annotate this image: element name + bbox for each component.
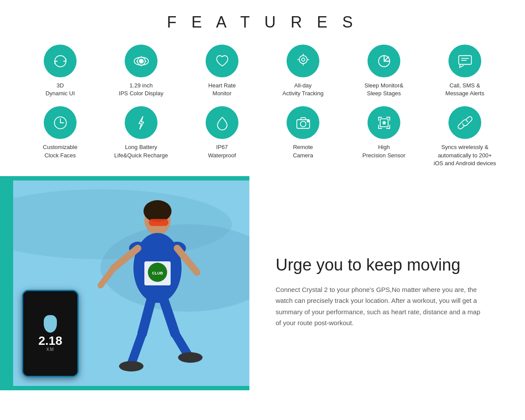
message-icon — [448, 45, 481, 77]
watch-device: 2.18 KM — [22, 290, 79, 377]
feature-label-sensor: High Precision Sensor — [362, 143, 405, 159]
feature-label-alerts: Call, SMS & Message Alerts — [445, 82, 484, 97]
feature-label-sync: Syncs wirelessly & automatically to 200+… — [434, 143, 496, 167]
bottom-left: CLUB 2.1 — [0, 176, 249, 390]
page-wrapper: F E A T U R E S 3D Dynamic UI 1.29 inch … — [0, 0, 525, 390]
feature-item-sleep: Sleep Monitor& Sleep Stages — [346, 45, 422, 97]
svg-point-5 — [301, 58, 304, 61]
svg-point-14 — [300, 121, 306, 127]
feature-item-waterproof: IP67 Waterproof — [184, 106, 260, 167]
promo-title: Urge you to keep moving — [276, 255, 503, 275]
watch-unit: KM — [47, 347, 54, 352]
feature-item-heart-rate: Heart Rate Monitor — [184, 45, 260, 97]
svg-rect-23 — [149, 219, 168, 226]
feature-item-camera: Remote Camera — [265, 106, 341, 167]
drop-icon — [206, 106, 238, 139]
feature-item-activity: All-day Activity Tracking — [265, 45, 341, 97]
clock-icon — [44, 106, 77, 139]
feature-label-heart-rate: Heart Rate Monitor — [208, 82, 236, 97]
link-icon — [448, 106, 481, 139]
eye-icon — [125, 45, 158, 77]
feature-item-clock: Customizable Clock Faces — [22, 106, 98, 167]
bottom-right: Urge you to keep moving Connect Crystal … — [249, 176, 525, 390]
heart-icon — [206, 45, 238, 77]
svg-point-17 — [382, 121, 385, 124]
watch-drop-icon — [44, 315, 57, 333]
svg-point-15 — [307, 120, 309, 122]
svg-text:CLUB: CLUB — [152, 271, 163, 275]
feature-item-ips-display: 1.29 inch IPS Color Display — [103, 45, 179, 97]
features-title: F E A T U R E S — [18, 13, 508, 31]
location-icon — [287, 45, 319, 77]
feature-label-clock: Customizable Clock Faces — [43, 143, 77, 159]
feature-item-sync: Syncs wirelessly & automatically to 200+… — [427, 106, 503, 167]
feature-item-3d-ui: 3D Dynamic UI — [22, 45, 98, 97]
camera-icon — [287, 106, 319, 139]
feature-label-waterproof: IP67 Waterproof — [208, 143, 236, 159]
feature-label-battery: Long Battery Life&Quick Recharge — [114, 143, 168, 159]
feature-label-activity: All-day Activity Tracking — [283, 82, 324, 97]
feature-label-ips-display: 1.29 inch IPS Color Display — [119, 82, 164, 97]
bolt-icon — [125, 106, 158, 139]
bottom-section: CLUB 2.1 — [0, 176, 525, 390]
svg-point-22 — [144, 200, 172, 222]
runner-image: CLUB 2.1 — [13, 180, 249, 386]
svg-point-39 — [178, 352, 203, 363]
feature-label-3d-ui: 3D Dynamic UI — [46, 82, 75, 97]
sensor-icon — [368, 106, 400, 139]
svg-point-3 — [139, 59, 143, 63]
pie-icon — [368, 45, 400, 77]
feature-item-sensor: High Precision Sensor — [346, 106, 422, 167]
svg-point-38 — [119, 361, 144, 371]
watch-screen: 2.18 KM — [23, 291, 77, 376]
features-grid: 3D Dynamic UI 1.29 inch IPS Color Displa… — [22, 45, 503, 167]
feature-label-sleep: Sleep Monitor& Sleep Stages — [364, 82, 403, 97]
promo-text: Connect Crystal 2 to your phone's GPS,No… — [276, 284, 486, 329]
features-section: F E A T U R E S 3D Dynamic UI 1.29 inch … — [0, 0, 525, 176]
watch-distance: 2.18 — [38, 335, 63, 347]
loop-icon — [44, 45, 77, 77]
feature-label-camera: Remote Camera — [293, 143, 313, 159]
feature-item-battery: Long Battery Life&Quick Recharge — [103, 106, 179, 167]
feature-item-alerts: Call, SMS & Message Alerts — [427, 45, 503, 97]
svg-point-4 — [299, 56, 307, 63]
